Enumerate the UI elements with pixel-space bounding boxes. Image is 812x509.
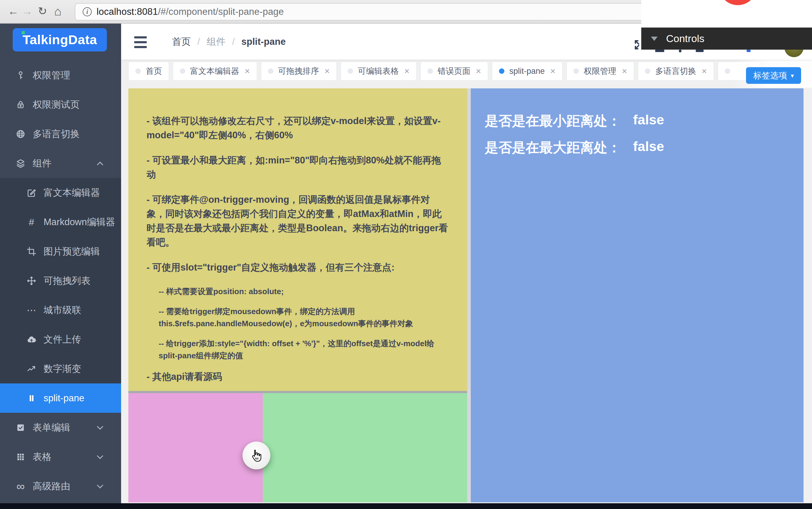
crop-icon <box>26 246 37 257</box>
close-icon[interactable]: × <box>550 67 556 76</box>
sidebar-item-drag-list[interactable]: 可拖拽列表 <box>0 266 121 295</box>
header-icon[interactable] <box>747 49 751 52</box>
url-text: localhost:8081/#/component/split-pane-pa… <box>97 6 284 17</box>
sidebar-item-components[interactable]: 组件 <box>0 148 121 178</box>
pane-left-top: - 该组件可以拖动修改左右尺寸，还可以绑定v-model来设置，如设置v-mod… <box>128 88 467 391</box>
sidebar-item-advanced-router[interactable]: ∞ 高级路由 <box>0 472 121 501</box>
forward-icon[interactable]: → <box>20 4 34 18</box>
app-logo[interactable]: TalkingData <box>13 28 107 52</box>
refresh-icon[interactable]: ↻ <box>35 4 50 18</box>
logo-text: TalkingData <box>23 32 97 47</box>
vertical-split-divider[interactable] <box>467 88 471 502</box>
chevron-down-icon <box>97 423 103 430</box>
sidebar-item-markdown-editor[interactable]: # Markdown编辑器 <box>0 207 121 237</box>
chevron-down-icon <box>97 453 103 459</box>
layers-icon <box>15 158 26 169</box>
grid-icon <box>15 451 26 463</box>
sidebar: TalkingData 权限管理 权限测试页 多语言切换 组件 <box>0 24 121 503</box>
horizontal-split-divider[interactable] <box>128 391 467 393</box>
instruction-line: - 可绑定事件@on-trigger-moving，回调函数的返回值是鼠标事件对… <box>147 193 448 249</box>
tag-dot-icon <box>135 68 141 74</box>
instruction-subline: -- 给trigger添加:style="{width: offset + '%… <box>159 337 448 362</box>
tag-dot-icon <box>268 68 273 74</box>
tag-list: 首页 富文本编辑器 × 可拖拽排序 × 可编辑表格 × 错误页面 × <box>128 62 760 80</box>
header-icon[interactable] <box>696 49 704 52</box>
instruction-subline: -- 需要给trigger绑定mousedown事件，绑定的方法调用 this.… <box>159 305 448 330</box>
tag-dot-icon <box>348 68 353 74</box>
sidebar-item-rich-editor[interactable]: 富文本编辑器 <box>0 178 121 207</box>
back-icon[interactable]: ← <box>6 4 20 18</box>
collapse-caret-icon <box>651 37 658 41</box>
tag-options-button[interactable]: 标签选项 ▾ <box>746 67 801 84</box>
sidebar-item-file-upload[interactable]: 文件上传 <box>0 325 121 354</box>
sidebar-item-form-edit[interactable]: 表单编辑 <box>0 413 121 442</box>
instructions: - 该组件可以拖动修改左右尺寸，还可以绑定v-model来设置，如设置v-mod… <box>128 88 467 384</box>
sidebar-item-number-transition[interactable]: 数字渐变 <box>0 354 121 383</box>
sidebar-menu: 权限管理 权限测试页 多语言切换 组件 富文本编辑器 # Markdow <box>0 61 121 501</box>
tab-tag-home[interactable]: 首页 <box>128 62 169 80</box>
tab-tag-split-pane[interactable]: split-pane × <box>492 62 562 80</box>
sidebar-item-image-preview-edit[interactable]: 图片预览编辑 <box>0 237 121 266</box>
desktop-edge <box>0 503 812 509</box>
tab-tag-permission-manage[interactable]: 权限管理 × <box>566 62 634 80</box>
home-icon[interactable]: ⌂ <box>51 4 65 18</box>
breadcrumb-section[interactable]: 组件 <box>207 35 226 48</box>
sidebar-item-i18n[interactable]: 多语言切换 <box>0 119 121 148</box>
hand-cursor-icon <box>249 448 264 463</box>
sidebar-item-permission-test[interactable]: 权限测试页 <box>0 90 121 119</box>
trending-up-icon <box>26 364 37 374</box>
pane-right: 是否是在最小距离处： false 是否是在最大距离处： false <box>471 88 804 502</box>
split-drag-trigger[interactable] <box>242 442 270 469</box>
chevron-down-icon <box>97 482 103 488</box>
chevron-up-icon <box>97 162 103 168</box>
tab-tag-rich-editor[interactable]: 富文本编辑器 × <box>173 62 257 80</box>
tab-tag-editable-table[interactable]: 可编辑表格 × <box>340 62 417 80</box>
instruction-line: - 可设置最小和最大距离，如:min="80"即向右拖动到80%处就不能再拖动 <box>147 153 448 181</box>
move-icon <box>26 275 37 286</box>
checkbox-icon <box>15 422 26 433</box>
instruction-line: - 该组件可以拖动修改左右尺寸，还可以绑定v-model来设置，如设置v-mod… <box>147 114 448 142</box>
screen: ← → ↻ ⌂ i localhost:8081/#/component/spl… <box>0 0 812 509</box>
status-readout: 是否是在最小距离处： false 是否是在最大距离处： false <box>471 88 804 157</box>
edit-icon <box>26 187 37 198</box>
ellipsis-icon: ⋯ <box>26 305 37 316</box>
lock-icon <box>15 99 26 110</box>
site-info-icon[interactable]: i <box>83 7 92 16</box>
message-icon[interactable] <box>655 49 664 52</box>
split-pane-demo: - 该组件可以拖动修改左右尺寸，还可以绑定v-model来设置，如设置v-mod… <box>121 88 812 503</box>
tab-tag-i18n[interactable]: 多语言切换 × <box>638 62 714 80</box>
tag-dot-icon <box>574 68 579 74</box>
tab-tag-drag-sort[interactable]: 可拖拽排序 × <box>261 62 337 80</box>
status-line-max: 是否是在最大距离处： false <box>485 139 791 157</box>
close-icon[interactable]: × <box>702 67 707 76</box>
close-icon[interactable]: × <box>404 67 410 76</box>
close-icon[interactable]: × <box>622 67 627 76</box>
pane-bottom-left <box>128 393 263 502</box>
hash-icon: # <box>26 217 37 228</box>
tag-dot-icon <box>180 68 185 74</box>
sidebar-item-table[interactable]: 表格 <box>0 442 121 472</box>
close-icon[interactable]: × <box>476 67 481 76</box>
sidebar-item-city-cascade[interactable]: ⋯ 城市级联 <box>0 295 121 325</box>
close-icon[interactable]: × <box>245 67 250 76</box>
breadcrumb-home[interactable]: 首页 <box>172 35 191 48</box>
sidebar-item-permission-manage[interactable]: 权限管理 <box>0 61 121 90</box>
instruction-subline: -- 样式需要设置position: absolute; <box>159 285 448 298</box>
tag-bar: 首页 富文本编辑器 × 可拖拽排序 × 可编辑表格 × 错误页面 × <box>121 60 812 88</box>
breadcrumb: 首页 / 组件 / split-pane <box>172 24 286 60</box>
sidebar-item-split-pane[interactable]: split-pane <box>0 383 121 413</box>
infinity-icon: ∞ <box>15 481 26 492</box>
controls-title: Controls <box>666 33 705 44</box>
tab-tag-error-page[interactable]: 错误页面 × <box>421 62 488 80</box>
tag-dot-icon <box>645 68 650 74</box>
menu-toggle-icon[interactable] <box>134 36 147 48</box>
close-icon[interactable]: × <box>325 67 330 76</box>
status-value-max: false <box>633 139 664 157</box>
bell-icon[interactable] <box>679 49 682 53</box>
logo-dot-icon <box>22 31 25 34</box>
breadcrumb-current: split-pane <box>241 36 286 47</box>
pause-icon <box>26 393 37 404</box>
instruction-line: - 可使用slot="trigger"自定义拖动触发器，但有三个注意点: <box>147 260 448 274</box>
controls-header[interactable]: Controls <box>641 28 812 49</box>
key-icon <box>15 70 26 81</box>
